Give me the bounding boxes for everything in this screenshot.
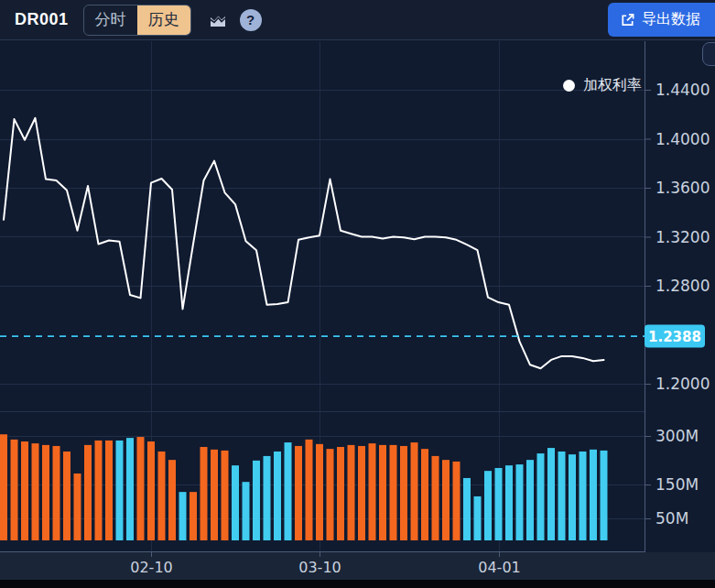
view-tabs: 分时 历史 [83,5,191,36]
svg-text:04-01: 04-01 [478,559,521,576]
legend-weighted-rate[interactable]: 加权利率 [563,76,642,95]
svg-text:03-10: 03-10 [298,559,341,576]
instrument-title: DR001 [15,10,69,29]
export-data-button[interactable]: 导出数据 [608,3,715,37]
export-label: 导出数据 [642,10,700,29]
svg-text:150M: 150M [655,475,699,494]
tab-intraday[interactable]: 分时 [84,5,137,35]
svg-text:1.4000: 1.4000 [655,130,710,148]
svg-text:1.2388: 1.2388 [648,329,701,345]
svg-text:50M: 50M [655,509,688,528]
svg-text:1.2800: 1.2800 [655,277,710,295]
legend-label: 加权利率 [583,76,642,95]
legend-dot-icon [563,80,575,92]
svg-text:1.3200: 1.3200 [655,228,710,246]
svg-text:1.4400: 1.4400 [655,81,710,99]
help-icon[interactable]: ? [240,9,262,31]
svg-text:02-10: 02-10 [130,559,173,576]
header: DR001 分时 历史 ? 导出数据 [0,0,715,40]
svg-text:1.2000: 1.2000 [655,375,710,393]
svg-text:1.3600: 1.3600 [655,179,710,197]
svg-text:300M: 300M [655,427,699,445]
export-icon [620,12,635,27]
overflow-panel-edge [702,42,715,66]
tab-history[interactable]: 历史 [137,5,190,35]
area-chart-icon[interactable] [208,11,228,29]
header-icons: ? [208,9,262,31]
dr001-history-chart-window: 1.44001.40001.36001.32001.28001.2000300M… [0,0,715,588]
